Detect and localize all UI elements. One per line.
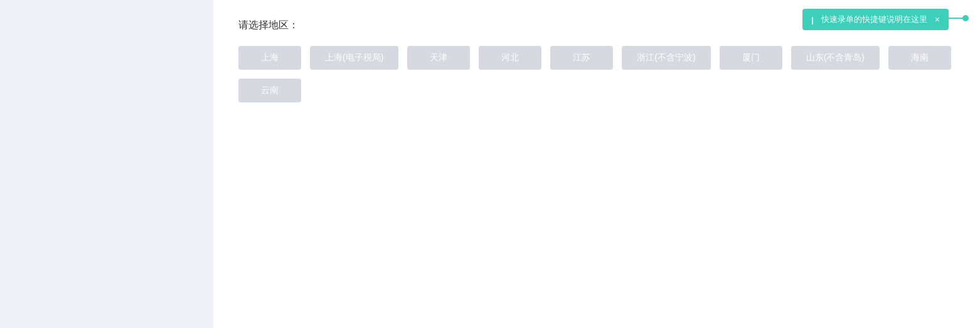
region-btn-shandong[interactable]: 山东(不含青岛) bbox=[791, 46, 880, 70]
region-btn-yunnan[interactable]: 云南 bbox=[238, 79, 301, 102]
region-btn-jiangsu[interactable]: 江苏 bbox=[550, 46, 613, 70]
region-btn-shanghai[interactable]: 上海 bbox=[238, 46, 301, 70]
region-btn-zhejiang[interactable]: 浙江(不含宁波) bbox=[622, 46, 710, 70]
region-btn-hebei[interactable]: 河北 bbox=[479, 46, 541, 70]
tooltip-close-button[interactable]: × bbox=[935, 14, 940, 25]
region-btn-shanghai-etax[interactable]: 上海(电子税局) bbox=[310, 46, 398, 70]
tooltip-connector-line bbox=[944, 18, 963, 19]
sidebar bbox=[0, 0, 213, 328]
tooltip-text: 快速录单的快捷键说明在这里 bbox=[821, 14, 927, 25]
region-btn-hainan[interactable]: 海南 bbox=[888, 46, 951, 70]
region-btn-xiamen[interactable]: 厦门 bbox=[720, 46, 782, 70]
region-btn-tianjin[interactable]: 天津 bbox=[407, 46, 470, 70]
tooltip-bar: 快速录单的快捷键说明在这里 × bbox=[802, 9, 949, 30]
main-content: 请选择地区： 上海 上海(电子税局) 天津 河北 江苏 浙江(不含宁波) 厦门 … bbox=[213, 0, 980, 328]
region-buttons-container: 上海 上海(电子税局) 天津 河北 江苏 浙江(不含宁波) 厦门 山东(不含青岛… bbox=[238, 46, 955, 102]
tooltip-connector-dot bbox=[962, 15, 969, 21]
